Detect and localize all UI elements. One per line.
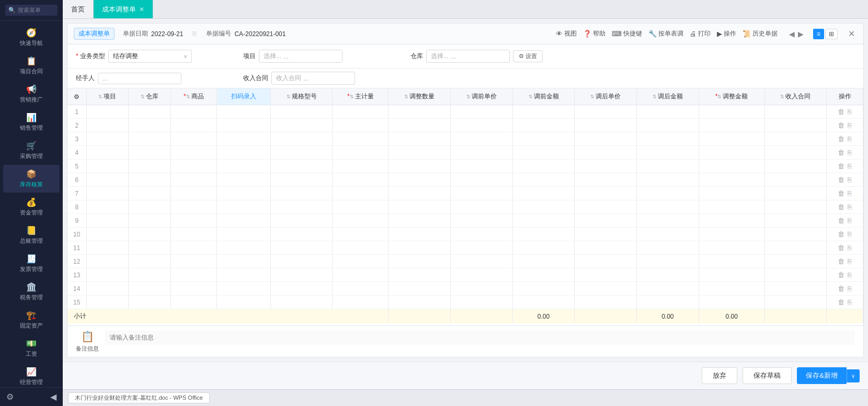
settings-col-header[interactable]: ⚙ [67, 88, 86, 105]
row-7-project[interactable] [86, 187, 129, 200]
delete-icon-1[interactable]: 🗑 [838, 108, 844, 116]
row-3-warehouse[interactable] [129, 132, 171, 146]
row-9-adjust-amount[interactable] [699, 214, 764, 228]
row-7-warehouse[interactable] [129, 187, 171, 200]
row-6-warehouse[interactable] [129, 173, 171, 187]
row-15-warehouse[interactable] [129, 296, 171, 309]
row-7-adjust-amount[interactable] [699, 187, 764, 200]
row-13-unit[interactable] [333, 268, 389, 282]
row-7-income-contract[interactable] [764, 187, 827, 200]
row-12-warehouse[interactable] [129, 255, 171, 268]
row-12-adjust-amount[interactable] [699, 255, 764, 268]
sidebar-item-project-contract[interactable]: 📋项目合同 [3, 52, 60, 80]
row-15-after-price[interactable] [575, 296, 637, 309]
row-14-product[interactable] [170, 282, 216, 296]
row-13-before-price[interactable] [451, 268, 513, 282]
sidebar-item-ledger[interactable]: 📒总账管理 [3, 221, 60, 249]
copy-icon-10[interactable]: ⎘ [848, 230, 852, 238]
row-8-warehouse[interactable] [129, 200, 171, 214]
copy-icon-7[interactable]: ⎘ [848, 189, 852, 197]
sidebar-item-sales-promotion[interactable]: 📢营销推广 [3, 80, 60, 108]
row-11-spec[interactable] [270, 241, 333, 255]
row-7-after-price[interactable] [575, 187, 637, 200]
row-15-adjust-amount[interactable] [699, 296, 764, 309]
discard-button[interactable]: 放弃 [702, 367, 737, 384]
copy-icon-4[interactable]: ⎘ [848, 149, 852, 156]
row-2-after-price[interactable] [575, 119, 637, 132]
row-1-adjust-qty[interactable] [389, 105, 451, 119]
row-2-adjust-amount[interactable] [699, 119, 764, 132]
row-3-spec[interactable] [270, 132, 333, 146]
row-14-after-price[interactable] [575, 282, 637, 296]
row-12-before-price[interactable] [451, 255, 513, 268]
row-4-scan[interactable] [216, 146, 270, 160]
row-14-after-amount[interactable] [636, 282, 699, 296]
row-1-income-contract[interactable] [764, 105, 827, 119]
delete-icon-12[interactable]: 🗑 [838, 257, 844, 265]
row-11-adjust-qty[interactable] [389, 241, 451, 255]
row-9-after-price[interactable] [575, 214, 637, 228]
row-3-before-price[interactable] [451, 132, 513, 146]
notes-input[interactable] [105, 330, 855, 345]
row-10-warehouse[interactable] [129, 228, 171, 241]
row-7-adjust-qty[interactable] [389, 187, 451, 200]
delete-icon-14[interactable]: 🗑 [838, 285, 844, 292]
copy-icon-1[interactable]: ⎘ [848, 108, 852, 116]
row-10-income-contract[interactable] [764, 228, 827, 241]
row-9-adjust-qty[interactable] [389, 214, 451, 228]
delete-icon-2[interactable]: 🗑 [838, 121, 844, 129]
row-3-adjust-amount[interactable] [699, 132, 764, 146]
copy-icon-5[interactable]: ⎘ [848, 162, 852, 170]
row-11-adjust-amount[interactable] [699, 241, 764, 255]
row-4-unit[interactable] [333, 146, 389, 160]
header-action-shortcut[interactable]: ⌨快捷键 [612, 29, 642, 38]
row-10-before-amount[interactable] [512, 228, 575, 241]
row-7-scan[interactable] [216, 187, 270, 200]
row-8-income-contract[interactable] [764, 200, 827, 214]
row-8-scan[interactable] [216, 200, 270, 214]
row-8-before-price[interactable] [451, 200, 513, 214]
tab-cost-adjust[interactable]: 成本调整单✕ [94, 0, 153, 18]
row-3-after-amount[interactable] [636, 132, 699, 146]
row-4-product[interactable] [170, 146, 216, 160]
notes-icon-area[interactable]: 📋 备注信息 [76, 330, 99, 353]
settings-icon[interactable]: ⚙ [6, 392, 14, 402]
pager-prev[interactable]: ◀ [788, 30, 796, 38]
row-9-project[interactable] [86, 214, 129, 228]
row-2-before-price[interactable] [451, 119, 513, 132]
row-5-after-price[interactable] [575, 160, 637, 173]
row-10-spec[interactable] [270, 228, 333, 241]
row-8-adjust-amount[interactable] [699, 200, 764, 214]
save-new-button[interactable]: 保存&新增 [797, 367, 847, 384]
row-8-before-amount[interactable] [512, 200, 575, 214]
row-2-spec[interactable] [270, 119, 333, 132]
row-5-project[interactable] [86, 160, 129, 173]
row-2-adjust-qty[interactable] [389, 119, 451, 132]
copy-icon-15[interactable]: ⎘ [848, 298, 852, 306]
header-action-operate[interactable]: ▶操作 [717, 29, 736, 38]
row-6-before-price[interactable] [451, 173, 513, 187]
copy-icon-14[interactable]: ⎘ [848, 285, 852, 292]
row-15-income-contract[interactable] [764, 296, 827, 309]
sidebar-item-inventory[interactable]: 📦库存核算 [3, 165, 60, 193]
row-2-income-contract[interactable] [764, 119, 827, 132]
delete-icon-11[interactable]: 🗑 [838, 244, 844, 252]
row-9-after-amount[interactable] [636, 214, 699, 228]
row-4-income-contract[interactable] [764, 146, 827, 160]
row-11-after-price[interactable] [575, 241, 637, 255]
tab-close-cost-adjust[interactable]: ✕ [139, 6, 144, 13]
row-4-after-amount[interactable] [636, 146, 699, 160]
row-1-before-price[interactable] [451, 105, 513, 119]
row-15-spec[interactable] [270, 296, 333, 309]
col-scan[interactable]: 扫码录入 [216, 88, 270, 105]
row-10-after-amount[interactable] [636, 228, 699, 241]
row-5-product[interactable] [170, 160, 216, 173]
row-7-spec[interactable] [270, 187, 333, 200]
delete-icon-7[interactable]: 🗑 [838, 189, 844, 197]
date-value[interactable]: 2022-09-21 [151, 30, 183, 38]
row-2-unit[interactable] [333, 119, 389, 132]
row-4-adjust-qty[interactable] [389, 146, 451, 160]
row-6-scan[interactable] [216, 173, 270, 187]
row-5-unit[interactable] [333, 160, 389, 173]
row-9-scan[interactable] [216, 214, 270, 228]
